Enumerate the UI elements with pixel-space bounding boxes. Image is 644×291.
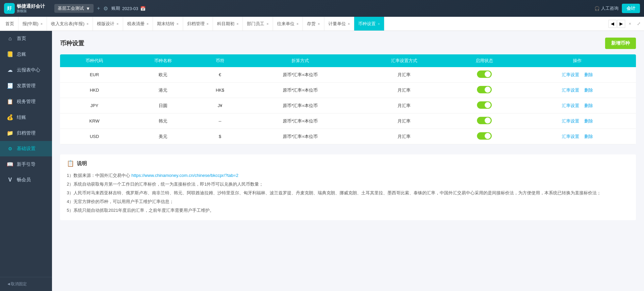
tab-income-close[interactable]: ×	[87, 22, 89, 26]
tab-report-mid[interactable]: 报(中期) ×	[18, 17, 47, 31]
table-row: KRW 韩元 -- 原币*汇率=本位币 月汇率 汇率设置 删除	[60, 113, 636, 129]
cell-toggle[interactable]	[450, 67, 519, 83]
th-code: 币种代码	[60, 54, 129, 67]
notes-link[interactable]: https://www.chinamoney.com.cn/chinese/bk…	[131, 173, 238, 178]
cell-name: 美元	[129, 129, 198, 144]
notes-item: 3）人民币对马来西亚林吉特、俄罗斯卢布、南非兰特、韩元、阿联酋迪拉姆、沙特里亚尔…	[67, 189, 629, 197]
tab-close-all-button[interactable]: ×	[626, 20, 634, 28]
sidebar: ⌂ 首页 📒 总账 ☁ 云报表中心 🧾 发票管理 📋 税务管理 💰 结账 📁 归…	[0, 31, 52, 291]
tab-dept[interactable]: 部门员工 ×	[243, 17, 273, 31]
tab-inventory[interactable]: 存货 ×	[303, 17, 324, 31]
rate-setting-link[interactable]: 汇率设置	[562, 88, 579, 93]
archive-icon: 📁	[7, 130, 13, 136]
tab-template-close[interactable]: ×	[116, 22, 118, 26]
account-button[interactable]: 会计	[622, 4, 640, 13]
sidebar-item-tax[interactable]: 📋 税务管理	[0, 94, 52, 109]
calendar-icon[interactable]: 📅	[140, 6, 146, 11]
cell-toggle[interactable]	[450, 113, 519, 129]
tab-customer-close[interactable]: ×	[297, 22, 299, 26]
th-method: 折算方式	[243, 54, 358, 67]
tab-prev-button[interactable]: ◀	[608, 20, 616, 28]
cell-code: USD	[60, 129, 129, 144]
cell-code: EUR	[60, 67, 129, 83]
rate-setting-link[interactable]: 汇率设置	[562, 134, 579, 139]
tab-subject-label: 科目期初	[217, 21, 234, 27]
cell-symbol: €	[198, 67, 243, 83]
toggle-enabled[interactable]	[477, 117, 492, 124]
sidebar-item-home[interactable]: ⌂ 首页	[0, 31, 52, 46]
sidebar-item-ledger[interactable]: 📒 总账	[0, 46, 52, 62]
table-row: USD 美元 $ 原币*汇率=本位币 月汇率 汇率设置 删除	[60, 129, 636, 144]
cell-rate-type: 月汇率	[358, 129, 450, 144]
delete-link[interactable]: 删除	[584, 72, 593, 77]
th-action: 操作	[519, 54, 636, 67]
notes-content: 1）数据来源：中国外汇交易中心 https://www.chinamoney.c…	[67, 171, 629, 215]
rate-setting-link[interactable]: 汇率设置	[562, 103, 579, 108]
delete-link[interactable]: 删除	[584, 88, 593, 93]
tab-currency-close[interactable]: ×	[378, 22, 380, 26]
sidebar-item-invoice[interactable]: 🧾 发票管理	[0, 78, 52, 94]
tab-next-button[interactable]: ▶	[617, 20, 625, 28]
sidebar-settlement-label: 结账	[17, 114, 26, 120]
toggle-enabled[interactable]	[477, 132, 492, 140]
new-currency-button[interactable]: 新增币种	[605, 38, 636, 49]
tab-income[interactable]: 收入支出表(年报) ×	[47, 17, 93, 31]
cell-toggle[interactable]	[450, 129, 519, 144]
notes-icon: 📋	[67, 160, 74, 167]
cell-actions: 汇率设置 删除	[519, 83, 636, 98]
tab-currency[interactable]: 币种设置 ×	[354, 17, 384, 31]
tab-inventory-label: 存货	[307, 21, 316, 27]
tab-tax[interactable]: 税表清册 ×	[123, 17, 153, 31]
th-rate-type: 汇率设置方式	[358, 54, 450, 67]
cell-toggle[interactable]	[450, 98, 519, 113]
tab-unit-close[interactable]: ×	[348, 22, 350, 26]
toggle-enabled[interactable]	[477, 86, 492, 93]
sidebar-item-archive[interactable]: 📁 归档管理	[0, 125, 52, 141]
sidebar-tax-label: 税务管理	[17, 99, 36, 105]
project-selector[interactable]: 基层工会测试 ▼	[54, 4, 94, 13]
top-bar: 好 畅捷通好会计 旗舰版 基层工会测试 ▼ + ⚙ 账期 2023-03 📅 🎧…	[0, 0, 644, 17]
app-logo: 好 畅捷通好会计 旗舰版	[4, 3, 51, 14]
settings-icon[interactable]: ⚙	[103, 5, 108, 12]
tab-period-end[interactable]: 期末结转 ×	[153, 17, 183, 31]
tab-template[interactable]: 模版设计 ×	[93, 17, 123, 31]
tab-inventory-close[interactable]: ×	[318, 22, 320, 26]
page-title: 币种设置	[60, 39, 84, 47]
sidebar-item-settlement[interactable]: 💰 结账	[0, 109, 52, 125]
tab-subject-close[interactable]: ×	[236, 22, 238, 26]
sidebar-item-vip[interactable]: V 畅会员	[0, 172, 52, 188]
tab-archive[interactable]: 归档管理 ×	[183, 17, 213, 31]
tab-archive-close[interactable]: ×	[207, 22, 209, 26]
tab-home[interactable]: 首页	[1, 17, 18, 31]
notes-section: 📋 说明 1）数据来源：中国外汇交易中心 https://www.chinamo…	[60, 154, 636, 220]
help-button[interactable]: 🎧 人工咨询	[594, 5, 619, 11]
add-tab-icon[interactable]: +	[97, 5, 100, 11]
cell-actions: 汇率设置 删除	[519, 98, 636, 113]
headset-icon: 🎧	[594, 6, 600, 11]
sidebar-item-reports[interactable]: ☁ 云报表中心	[0, 62, 52, 78]
toggle-enabled[interactable]	[477, 70, 492, 78]
tab-customer[interactable]: 往来单位 ×	[273, 17, 303, 31]
tab-dept-close[interactable]: ×	[266, 22, 268, 26]
sidebar-pin-button[interactable]: ◄取消固定	[0, 277, 52, 291]
delete-link[interactable]: 删除	[584, 118, 593, 124]
tab-period-end-close[interactable]: ×	[176, 22, 178, 26]
delete-link[interactable]: 删除	[584, 103, 593, 108]
rate-setting-link[interactable]: 汇率设置	[562, 118, 579, 124]
sidebar-item-guide[interactable]: 📖 新手引导	[0, 156, 52, 172]
delete-link[interactable]: 删除	[584, 134, 593, 139]
cell-toggle[interactable]	[450, 83, 519, 98]
tab-tax-close[interactable]: ×	[147, 22, 149, 26]
tab-report-mid-close[interactable]: ×	[41, 22, 43, 26]
notes-item: 1）数据来源：中国外汇交易中心 https://www.chinamoney.c…	[67, 171, 629, 180]
rate-setting-link[interactable]: 汇率设置	[562, 72, 579, 77]
toggle-enabled[interactable]	[477, 101, 492, 109]
sidebar-invoice-label: 发票管理	[17, 83, 36, 89]
tab-subject[interactable]: 科目期初 ×	[213, 17, 243, 31]
cell-rate-type: 月汇率	[358, 83, 450, 98]
cell-method: 原币*汇率=本位币	[243, 83, 358, 98]
logo-icon: 好	[4, 3, 15, 14]
tab-expand-button[interactable]: ⤢	[635, 20, 643, 28]
tab-unit[interactable]: 计量单位 ×	[324, 17, 354, 31]
sidebar-item-basic[interactable]: ⚙ 基础设置	[0, 141, 52, 156]
